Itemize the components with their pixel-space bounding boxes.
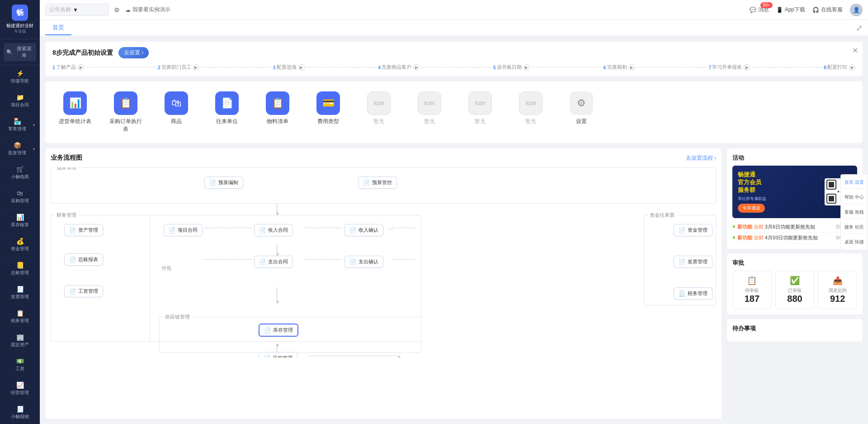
app-name: 畅捷通好业财 <box>6 23 33 29</box>
news-dot-1: ● <box>732 224 736 230</box>
flow-node-income-confirm[interactable]: 📄 收入确认 <box>344 224 383 236</box>
step-2: 2 完善部门员工 ▶ <box>158 64 199 71</box>
flow-node-budget-control[interactable]: 📄 预算管控 <box>358 176 397 189</box>
sidebar-item-purchase[interactable]: 🛍 采购管理 <box>0 185 40 209</box>
expand-icon[interactable]: ⤢ <box>856 23 863 33</box>
setup-banner: 8步完成产品初始设置 去设置 › 1 了解产品 ▶ 2 完善部门员工 ▶ <box>45 42 863 76</box>
arrow-down-2: ▼ <box>275 252 280 257</box>
messages-button[interactable]: 💬 消息 99+ <box>750 6 769 14</box>
report-label: 小畅报销 <box>11 414 29 420</box>
quick-item-material[interactable]: 📋 物料清单 <box>255 87 300 138</box>
mobile-icon: 📱 <box>776 7 783 13</box>
user-avatar[interactable]: 👤 <box>850 4 863 16</box>
sidebar-item-project-contract[interactable]: 📁 项目合同 <box>0 89 40 113</box>
step-8: 8 配置打印 ▶ <box>824 64 855 71</box>
right-quick-panel: 首页 设置 帮助 中心 客服 热线 服务 社区 桌面 快捷 <box>840 174 868 250</box>
step-line-5 <box>532 67 602 67</box>
sidebar-item-salary[interactable]: 💵 工资 <box>0 353 40 377</box>
quick-item-empty2[interactable]: Icon 暂无 <box>407 87 452 138</box>
step-7: 7 学习开单报表 ▶ <box>708 64 750 71</box>
settings-icon[interactable]: ⚙ <box>114 6 120 14</box>
quick-item-empty3[interactable]: Icon 暂无 <box>458 87 503 138</box>
quick-item-empty4[interactable]: Icon 暂无 <box>508 87 553 138</box>
setup-goto-button[interactable]: 去设置 › <box>118 47 149 58</box>
quick-item-stock-stats[interactable]: 📊 进货单统计表 <box>52 87 98 138</box>
step-4: 4 充善商品客户 ▶ <box>378 64 420 71</box>
dots-indicator: ··· <box>389 226 393 232</box>
sidebar-item-quick-nav[interactable]: ⚡ 快捷导航 <box>0 65 40 89</box>
empty2-label: 暂无 <box>424 118 435 125</box>
svg-rect-1 <box>829 182 834 187</box>
partner-icon: 📄 <box>215 91 239 115</box>
sidebar-item-fixed-assets[interactable]: 🏢 固定资产 <box>0 329 40 353</box>
ops-mgmt-label: 经营管理 <box>11 390 29 396</box>
demo-link[interactable]: ☁ 我要看实例演示 <box>125 6 170 14</box>
search-icon: 🔍 <box>6 49 13 55</box>
chevron-down-icon-company: ▼ <box>73 7 78 13</box>
news-dot-2: ● <box>732 234 736 241</box>
content-area: 8步完成产品初始设置 去设置 › 1 了解产品 ▶ 2 完善部门员工 ▶ <box>40 36 868 424</box>
tab-home[interactable]: 首页 <box>45 21 71 35</box>
approval-approved[interactable]: ✅ 已审核 880 <box>775 271 815 309</box>
flow-node-purchase-mgmt[interactable]: 📄 采购管理 <box>259 352 297 357</box>
svg-rect-5 <box>829 196 834 201</box>
sidebar-item-report[interactable]: 🧾 小畅报销 <box>0 401 40 424</box>
ecommerce-label: 小畅电商 <box>11 174 29 180</box>
close-button[interactable]: ✕ <box>852 46 858 55</box>
right-quick-help[interactable]: 帮助 中心 <box>843 191 866 204</box>
sidebar-item-wholesale[interactable]: 📦 批发管理 ▼ <box>0 137 40 161</box>
quick-item-settings[interactable]: ⚙ 设置 <box>559 87 604 138</box>
flow-settings-link[interactable]: 去设置流程 › <box>686 154 716 162</box>
step-3: 3 配置选项 ▶ <box>273 64 304 71</box>
purchase-order-label: 采购订单执行表 <box>108 118 144 133</box>
flow-node-inventory-mgmt[interactable]: 📄 库存管理 <box>259 324 298 337</box>
right-quick-desktop[interactable]: 桌面 快捷 <box>843 236 866 248</box>
right-quick-community[interactable]: 服务 社区 <box>843 221 866 233</box>
sidebar-item-tax[interactable]: 📋 税务管理 <box>0 305 40 329</box>
activity-banner-button[interactable]: 专享通道 <box>738 204 765 213</box>
quick-item-purchase-order[interactable]: 📋 采购订单执行表 <box>103 87 148 138</box>
company-selector[interactable]: 公司名称 ▼ <box>45 4 108 16</box>
approval-pending[interactable]: 📋 待审核 187 <box>732 271 772 309</box>
messages-badge: 99+ <box>760 2 773 8</box>
right-quick-home[interactable]: 首页 设置 <box>843 176 866 189</box>
flow-node-income-contract[interactable]: 📄 收入合同 <box>254 224 293 236</box>
flow-node-expense-contract[interactable]: 📄 支出合同 <box>254 256 293 268</box>
chevron-down-icon: ▼ <box>32 123 36 128</box>
initiated-count: 912 <box>820 294 855 304</box>
flow-node-budget-make[interactable]: 📄 预算编制 <box>204 176 243 189</box>
sidebar-item-ops-mgmt[interactable]: 📈 经营管理 <box>0 377 40 401</box>
flow-node-salary-mgmt[interactable]: 📄 工资管理 <box>64 285 103 297</box>
expense-label: 费用类型 <box>317 118 339 125</box>
sidebar-item-invoice[interactable]: 🧾 发票管理 <box>0 281 40 305</box>
app-download-button[interactable]: 📱 App下载 <box>776 6 805 14</box>
quick-item-partner[interactable]: 📄 往来单位 <box>204 87 250 138</box>
approved-label: 已审核 <box>778 287 812 294</box>
sidebar-item-sales-mgmt[interactable]: 🏪 零售管理 ▼ <box>0 113 40 137</box>
arrow-down-3: ▼ <box>275 300 280 305</box>
sidebar-item-ecommerce[interactable]: 🛒 小畅电商 <box>0 161 40 185</box>
sidebar-item-fund[interactable]: 💰 资金管理 <box>0 233 40 257</box>
todo-card: 待办事项 <box>727 319 863 342</box>
flow-node-general-ledger-report[interactable]: 📄 总账报表 <box>64 253 103 266</box>
quick-nav-icon: ⚡ <box>16 70 24 77</box>
flow-node-project-contract[interactable]: 📄 项目合同 <box>164 224 203 236</box>
flow-node-expense-confirm[interactable]: 📄 支出确认 <box>344 256 383 268</box>
sidebar-item-general-ledger[interactable]: 📒 总账管理 <box>0 257 40 281</box>
flow-node-asset-mgmt[interactable]: 📄 资产管理 <box>64 224 103 236</box>
online-service-button[interactable]: 🎧 在线客服 <box>812 6 843 14</box>
flow-node-invoice-mgmt[interactable]: 📄 发票管理 <box>674 256 712 268</box>
quick-item-goods[interactable]: 🛍 商品 <box>154 87 199 138</box>
quick-grid: 📊 进货单统计表 📋 采购订单执行表 🛍 商品 📄 往来单位 <box>52 87 855 138</box>
flow-node-tax-mgmt[interactable]: 🧾 税务管理 <box>674 287 712 300</box>
search-menu-button[interactable]: 🔍 搜索菜单 <box>4 43 36 61</box>
flow-node-fund-mgmt[interactable]: 📄 资金管理 <box>674 224 712 236</box>
right-quick-hotline[interactable]: 客服 热线 <box>843 206 866 219</box>
sidebar-item-inventory[interactable]: 📊 库存核算 <box>0 209 40 233</box>
quick-item-expense[interactable]: 💳 费用类型 <box>306 87 351 138</box>
quick-item-empty1[interactable]: Icon 暂无 <box>356 87 401 138</box>
approval-initiated[interactable]: 📤 我发起的 912 <box>818 271 857 309</box>
budget-group-label: 预算管理 <box>55 167 78 171</box>
news-item-1: ● 新功能 业财 3月6日功能更新抢先知 03月06日 <box>732 222 857 233</box>
report-icon: 🧾 <box>16 405 24 413</box>
